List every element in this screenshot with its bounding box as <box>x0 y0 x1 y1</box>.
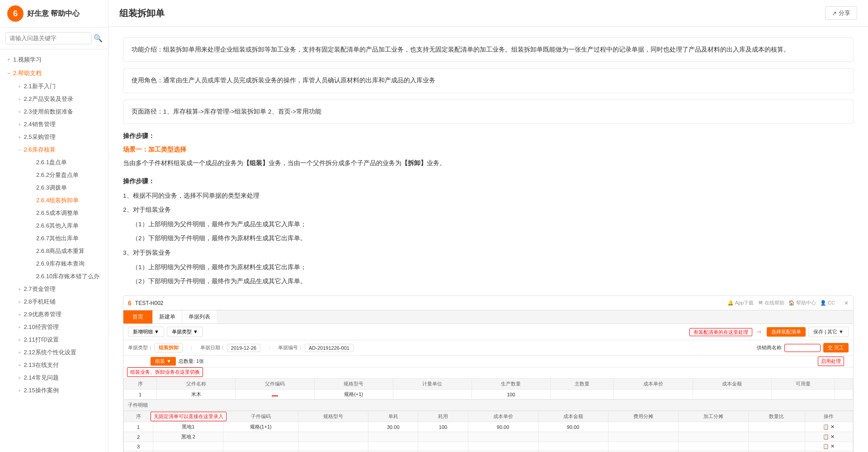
search-box[interactable]: 🔍 <box>0 28 108 49</box>
ops-title2: 操作步骤： <box>123 177 854 186</box>
sidebar-item-docs[interactable]: − 2.帮助文档 <box>0 67 108 80</box>
nav-tree: + 1.视频学习 − 2.帮助文档 + 2.1新手入门 + 2.2产品安装及登录… <box>0 49 108 452</box>
role-block: 使用角色：通常由生产人员或库管人员完成拆装业务的操作，库管人员确认原材料的出库和… <box>123 68 854 93</box>
field-num: 单据编号： AD-20191226-001 <box>278 344 354 352</box>
sidebar-item-2-6-8[interactable]: 2.6.8商品成本重算 <box>22 245 108 257</box>
sidebar-item-2-6-10[interactable]: 2.6.10库存账本错了么办 <box>22 270 108 283</box>
sidebar-item-2-15[interactable]: + 2.15操作案例 <box>11 384 108 397</box>
sidebar-item-2-6-4[interactable]: 2.6.4组装拆卸单 <box>22 194 108 207</box>
sub-table-header-row: 子件明细 无固定清单可以直接在这里录入 <box>123 400 853 411</box>
search-button[interactable]: 🔍 <box>94 34 103 43</box>
plus-icon: + <box>18 134 21 140</box>
plus-icon: + <box>18 299 21 305</box>
col-ops <box>835 379 853 390</box>
sidebar-item-2-6-6[interactable]: 2.6.6其他入库单 <box>22 219 108 232</box>
field-date: 单据日期： 2019-12-26 <box>200 344 260 352</box>
sidebar-item-2-6-5[interactable]: 2.6.5成本调整单 <box>22 207 108 219</box>
share-button[interactable]: ↗ 分享 <box>825 6 857 20</box>
minus-icon: − <box>18 147 21 152</box>
sub-table-row: 1 黑地1 规格(1+1) 30.00 100 90.00 90.00 <box>124 422 853 432</box>
step2-2: （2）下部明细为子件明细，最终作为原材料生成其它出库单。 <box>123 233 854 244</box>
role-text: 使用角色：通常由生产人员或库管人员完成拆装业务的操作，库管人员确认原材料的出库和… <box>132 77 435 84</box>
sidebar-item-label: 2.帮助文档 <box>13 69 42 77</box>
col-parent-code: 父件编码 <box>236 379 314 390</box>
col-spec: 规格型号 <box>314 379 393 390</box>
plus-icon: + <box>18 286 21 292</box>
sidebar-item-2-12[interactable]: + 2.12系统个性化设置 <box>11 346 108 359</box>
sidebar-item-2-6-9[interactable]: 2.6.9库存账本查询 <box>22 257 108 270</box>
step3-1: （1）上部明细为父件明细，最终作为原材料生成其它出库单； <box>123 262 854 273</box>
tab-home[interactable]: 首页 <box>123 310 153 324</box>
screenshot-fields: 单据类型： 组装拆卸 | 单据日期： 2019-12-26 | 单据编号： AD… <box>123 340 853 356</box>
sidebar-item-2-7[interactable]: + 2.7资金管理 <box>11 283 108 295</box>
type-switch-btn[interactable]: 组装 ▼ <box>151 357 176 366</box>
sidebar-item-2-1[interactable]: + 2.1新手入门 <box>11 80 108 93</box>
sidebar-item-video[interactable]: + 1.视频学习 <box>0 53 108 67</box>
btn-add[interactable]: 新增明细 ▼ <box>128 327 164 337</box>
count-label: 总数量: 1张 <box>179 358 204 365</box>
scene1-title: 场景一：加工类型选择 <box>123 146 854 154</box>
tab-new-order[interactable]: 新建单 <box>153 310 182 324</box>
intro-text: 功能介绍：组装拆卸单用来处理企业组装或拆卸等加工业务，支持有固定装配清单的产品加… <box>132 46 790 53</box>
step3-2: （2）下部明细为子件明细，最终作为产成品生成其它入库单。 <box>123 276 854 287</box>
screenshot-toolbar: 新增明细 ▼ 单据类型 ▼ 有装配清单的在这里处理 → 选择装配清单 保存 | … <box>123 324 853 340</box>
search-input[interactable] <box>5 32 92 44</box>
sub-table: 序 子件名称 子件编码 规格型号 单耗 耗用 成本单价 成本金额 费用分摊 加工… <box>123 411 853 452</box>
table-row: 1 米木 规格(+1) 100 <box>124 390 853 400</box>
step3: 3、对于拆装业务 <box>123 247 854 259</box>
sub-table-wrap: 序 子件名称 子件编码 规格型号 单耗 耗用 成本单价 成本金额 费用分摊 加工… <box>123 411 853 452</box>
sidebar-item-2-11[interactable]: + 2.11打印设置 <box>11 333 108 346</box>
annotation-label-2: 组装业务、拆卸业务在这里切换 <box>127 367 203 377</box>
plus-icon: + <box>18 375 21 381</box>
col-qty: 生产数量 <box>472 379 550 390</box>
plus-icon: + <box>18 350 21 355</box>
close-icon[interactable]: ✕ <box>844 300 849 306</box>
sidebar-item-2-6-3[interactable]: 2.6.3调拨单 <box>22 181 108 194</box>
step2: 2、对于组装业务 <box>123 204 854 216</box>
sidebar-item-2-6-2[interactable]: 2.6.2分量盘点单 <box>22 169 108 181</box>
step2-1: （1）上部明细为父件明细，最终作为产成品生成其它入库单； <box>123 219 854 230</box>
sidebar-item-2-4[interactable]: + 2.4销售管理 <box>11 118 108 131</box>
page-title: 组装拆卸单 <box>119 7 165 19</box>
col-unit: 计量单位 <box>393 379 472 390</box>
col-cost-amount: 成本金额 <box>693 379 771 390</box>
sidebar-item-2-9[interactable]: + 2.9优惠券管理 <box>11 308 108 321</box>
annotation-row: 组装 ▼ 总数量: 1张 组装业务、拆卸业务在这里切换 启用处理 <box>123 356 853 367</box>
sidebar-item-2-6[interactable]: − 2.6库存核算 <box>11 143 108 156</box>
col-main-qty: 主数量 <box>550 379 614 390</box>
sidebar-item-2-6-7[interactable]: 2.6.7其他出库单 <box>22 232 108 245</box>
sidebar-item-2-10[interactable]: + 2.10经营管理 <box>11 321 108 333</box>
col-parent-name: 父件名称 <box>157 379 236 390</box>
annotation-label-3: 启用处理 <box>818 357 844 366</box>
col-cost-price: 成本单价 <box>614 379 693 390</box>
highlighted-cell <box>272 395 278 396</box>
plus-icon: + <box>18 122 21 127</box>
path-block: 页面路径：1、库存核算->库存管理->组装拆卸单 2、首页->常用功能 <box>123 100 854 124</box>
step1: 1、根据不同的业务，选择不同单据的类型来处理 <box>123 190 854 202</box>
app-title: 好生意 帮助中心 <box>27 9 80 19</box>
field-type-val: 组装拆卸 <box>155 343 183 352</box>
btn-more[interactable]: 保存 | 其它 ▼ <box>808 327 849 337</box>
minus-icon: − <box>7 70 10 76</box>
logo-icon: 6 <box>7 5 24 22</box>
field-type: 单据类型： 组装拆卸 <box>128 343 183 352</box>
sub-table-row: 3 📋 ✕ <box>124 442 853 451</box>
btn-type[interactable]: 单据类型 ▼ <box>167 327 203 337</box>
sidebar-item-2-5[interactable]: + 2.5采购管理 <box>11 131 108 143</box>
plus-icon: + <box>18 84 21 89</box>
sidebar-item-2-6-1[interactable]: 2.6.1盘点单 <box>22 156 108 169</box>
field-supplier <box>784 344 821 352</box>
plus-icon: + <box>18 324 21 330</box>
sidebar-item-2-2[interactable]: + 2.2产品安装及登录 <box>11 93 108 105</box>
tab-order-list[interactable]: 单据列表 <box>182 310 217 324</box>
btn-confirm[interactable]: 交 完工 <box>823 343 849 352</box>
fake-screenshot: 6 TEST-H002 🔔 App下载 🛠 在线帮助 🏠 帮助中心 👤 CC ✕… <box>123 296 853 452</box>
btn-save-new[interactable]: 选择装配清单 <box>767 327 806 337</box>
sidebar-item-2-14[interactable]: + 2.14常见问题 <box>11 371 108 384</box>
col-seq: 序 <box>124 379 157 390</box>
sidebar-item-2-13[interactable]: + 2.13在线支付 <box>11 359 108 371</box>
field-date-val: 2019-12-26 <box>227 344 260 352</box>
arrow-right: → <box>756 328 762 335</box>
sidebar-item-2-8[interactable]: + 2.8手机旺铺 <box>11 295 108 308</box>
sidebar-item-2-3[interactable]: + 2.3使用前数据准备 <box>11 105 108 118</box>
